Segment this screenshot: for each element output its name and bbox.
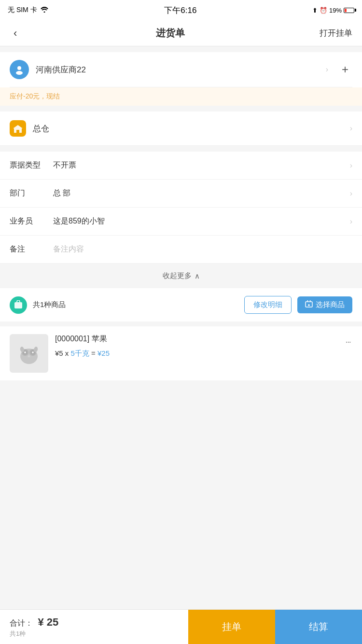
dept-value: 总 部: [48, 188, 350, 198]
dept-chevron-icon: ›: [350, 189, 352, 198]
page-title: 进货单: [156, 27, 185, 40]
hang-order-button[interactable]: 挂单: [188, 610, 275, 644]
svg-point-13: [32, 351, 34, 353]
salesman-label: 业务员: [10, 216, 48, 226]
product-x: x: [65, 349, 71, 357]
salesman-chevron-icon: ›: [350, 217, 352, 226]
supplier-notice: 应付-20元，现结: [0, 87, 362, 106]
product-qty: 5千克: [71, 349, 89, 357]
open-hang-button[interactable]: 打开挂单: [320, 28, 352, 39]
salesman-value: 这是859的小智: [48, 216, 350, 226]
invoice-type-label: 票据类型: [10, 160, 48, 170]
select-product-label: 选择商品: [316, 300, 345, 309]
select-product-button[interactable]: 选择商品: [297, 296, 352, 313]
svg-point-12: [24, 351, 26, 353]
product-thumbnail: [10, 334, 48, 373]
remark-row[interactable]: 备注 备注内容: [0, 236, 362, 264]
gap-3: [0, 146, 362, 152]
supplier-name: 河南供应商22: [36, 64, 326, 75]
edit-detail-button[interactable]: 修改明细: [244, 296, 292, 314]
remark-input[interactable]: 备注内容: [48, 244, 352, 254]
total-section: 合计： ¥ 25 共1种: [0, 610, 188, 644]
svg-point-1: [16, 71, 23, 75]
salesman-row[interactable]: 业务员 这是859的小智 ›: [0, 208, 362, 236]
warehouse-chevron-icon: ›: [350, 124, 352, 133]
svg-rect-5: [14, 302, 22, 308]
nav-bar: ‹ 进货单 打开挂单: [0, 20, 362, 46]
invoice-chevron-icon: ›: [350, 161, 352, 170]
location-icon: ⬆: [312, 7, 318, 14]
product-header: 共1种商品 修改明细 选择商品: [0, 288, 362, 322]
supplier-section: 河南供应商22 › + 应付-20元，现结: [0, 52, 362, 106]
product-eq: =: [91, 349, 97, 357]
total-sub: 共1种: [10, 630, 179, 638]
total-amount: ¥ 25: [38, 616, 58, 628]
collapse-icon: ∧: [195, 272, 200, 280]
svg-marker-2: [13, 125, 23, 128]
product-name: [0000001] 苹果: [55, 334, 336, 344]
dept-label: 部门: [10, 188, 48, 198]
gap-1: [0, 46, 362, 52]
dept-row[interactable]: 部门 总 部 ›: [0, 180, 362, 208]
status-right: ⬆ ⏰ 19%: [312, 7, 354, 14]
product-count: 共1种商品: [33, 300, 238, 309]
product-more-button[interactable]: ···: [343, 334, 352, 349]
alarm-icon: ⏰: [320, 7, 327, 14]
product-info: [0000001] 苹果 ¥5 x 5千克 = ¥25: [55, 334, 336, 358]
supplier-chevron-icon: ›: [326, 65, 328, 74]
battery-percent: 19%: [329, 7, 342, 14]
supplier-row[interactable]: 河南供应商22 › +: [0, 52, 362, 87]
gap-2: [0, 106, 362, 112]
status-left: 无 SIM 卡: [8, 6, 49, 14]
battery-icon: [344, 8, 354, 13]
bottom-bar: 合计： ¥ 25 共1种 挂单 结算: [0, 609, 362, 644]
total-main: 合计： ¥ 25: [10, 616, 179, 629]
collapse-button[interactable]: 收起更多 ∧: [0, 264, 362, 288]
invoice-type-value: 不开票: [48, 160, 350, 170]
invoice-type-row[interactable]: 票据类型 不开票 ›: [0, 152, 362, 180]
wifi-icon: [40, 6, 49, 14]
status-time: 下午6:16: [164, 5, 196, 16]
product-unit-price: ¥5: [55, 349, 63, 357]
add-supplier-button[interactable]: +: [338, 61, 352, 78]
warehouse-row[interactable]: 总仓 ›: [0, 112, 362, 146]
status-bar: 无 SIM 卡 下午6:16 ⬆ ⏰ 19%: [0, 0, 362, 20]
product-item: [0000001] 苹果 ¥5 x 5千克 = ¥25 ···: [0, 326, 362, 380]
bottom-spacer: [0, 380, 362, 419]
product-section-icon: [10, 296, 27, 314]
form-section: 票据类型 不开票 › 部门 总 部 › 业务员 这是859的小智 › 备注 备注…: [0, 152, 362, 264]
warehouse-icon: [10, 120, 26, 137]
collapse-label: 收起更多: [163, 271, 192, 280]
product-total: ¥25: [97, 349, 110, 357]
svg-rect-4: [16, 130, 19, 133]
supplier-avatar: [10, 60, 29, 79]
carrier-text: 无 SIM 卡: [8, 6, 37, 14]
back-button[interactable]: ‹: [10, 23, 21, 43]
checkout-button[interactable]: 结算: [275, 610, 362, 644]
remark-label: 备注: [10, 244, 48, 254]
total-label: 合计：: [10, 619, 33, 627]
product-price-row: ¥5 x 5千克 = ¥25: [55, 349, 336, 358]
warehouse-name: 总仓: [33, 123, 350, 134]
select-product-icon: [305, 300, 313, 309]
warehouse-section: 总仓 ›: [0, 112, 362, 146]
svg-point-0: [17, 66, 21, 70]
